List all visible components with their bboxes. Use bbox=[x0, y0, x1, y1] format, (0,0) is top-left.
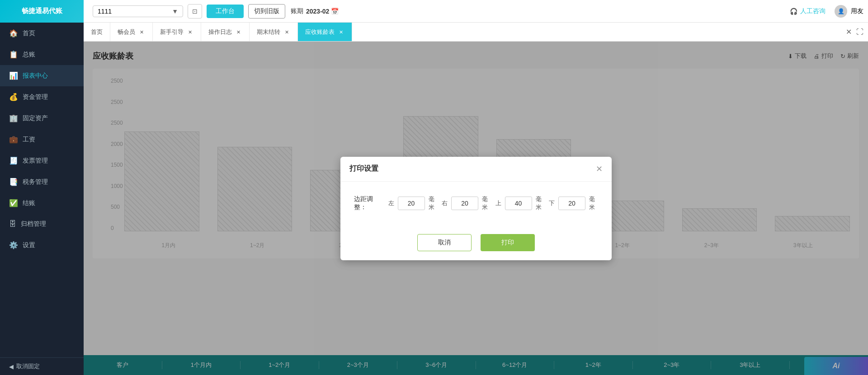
maximize-tab-button[interactable]: ⛶ bbox=[856, 28, 863, 36]
sidebar-label-asset: 固定资产 bbox=[23, 114, 48, 122]
modal-header: 打印设置 ✕ bbox=[340, 157, 612, 182]
sidebar-label-invoice: 发票管理 bbox=[23, 157, 48, 165]
switch-old-version-button[interactable]: 切到旧版 bbox=[248, 4, 285, 19]
bottom-margin-group: 下 毫米 bbox=[549, 195, 598, 211]
archive-icon: 🗄 bbox=[9, 220, 16, 228]
left-margin-input[interactable] bbox=[398, 197, 425, 210]
tab-oplog[interactable]: 操作日志✕ bbox=[201, 23, 250, 42]
calendar-icon[interactable]: 📅 bbox=[331, 8, 339, 15]
salary-icon: 💼 bbox=[9, 135, 18, 144]
confirm-print-button[interactable]: 打印 bbox=[481, 234, 535, 251]
sidebar-label-archive: 归档管理 bbox=[21, 220, 46, 228]
tab-period_end[interactable]: 期末结转✕ bbox=[250, 23, 298, 42]
asset-icon: 🏢 bbox=[9, 114, 18, 122]
page-content: 应收账龄表 ⬇ 下载 🖨 打印 ↻ 刷新 bbox=[84, 42, 868, 375]
tab-label-ar_aging: 应收账龄表 bbox=[305, 28, 335, 36]
tab-label-home: 首页 bbox=[91, 28, 103, 36]
sidebar-item-checkout[interactable]: ✅结账 bbox=[0, 192, 84, 214]
avatar: 👤 bbox=[835, 5, 847, 18]
top-header: 畅捷通易代账 1111 ▼ ⊡ 工作台 切到旧版 账期 2023-02 📅 🎧 … bbox=[0, 0, 868, 23]
modal-close-button[interactable]: ✕ bbox=[596, 164, 603, 174]
bottom-margin-unit: 毫米 bbox=[589, 195, 598, 211]
copy-icon-button[interactable]: ⊡ bbox=[188, 4, 202, 19]
sidebar-item-asset[interactable]: 🏢固定资产 bbox=[0, 108, 84, 129]
copy-icon: ⊡ bbox=[192, 8, 198, 15]
sidebar: 🏠首页📋总账📊报表中心💰资金管理🏢固定资产💼工资🧾发票管理📑税务管理✅结账🗄归档… bbox=[0, 23, 84, 375]
sidebar-item-settings[interactable]: ⚙️设置 bbox=[0, 234, 84, 256]
bottom-margin-input[interactable] bbox=[558, 197, 585, 210]
sidebar-item-salary[interactable]: 💼工资 bbox=[0, 129, 84, 150]
sidebar-item-fund[interactable]: 💰资金管理 bbox=[0, 86, 84, 108]
margin-form-row: 边距调整： 左 毫米 右 毫米 bbox=[354, 195, 598, 211]
tabs-bar: 首页畅会员✕新手引导✕操作日志✕期末结转✕应收账龄表✕ ✕ ⛶ bbox=[84, 23, 868, 42]
tab-close-ar_aging[interactable]: ✕ bbox=[337, 28, 344, 36]
sidebar-item-invoice[interactable]: 🧾发票管理 bbox=[0, 150, 84, 171]
tab-close-member[interactable]: ✕ bbox=[138, 28, 145, 36]
right-margin-group: 右 毫米 bbox=[442, 195, 491, 211]
tax-icon: 📑 bbox=[9, 178, 18, 186]
print-settings-modal: 打印设置 ✕ 边距调整： 左 毫米 右 bbox=[340, 157, 612, 260]
avatar-icon: 👤 bbox=[838, 8, 844, 14]
sidebar-label-home: 首页 bbox=[23, 29, 35, 38]
sidebar-scroll: 🏠首页📋总账📊报表中心💰资金管理🏢固定资产💼工资🧾发票管理📑税务管理✅结账🗄归档… bbox=[0, 23, 84, 357]
top-margin-group: 上 毫米 bbox=[495, 195, 544, 211]
sidebar-item-tax[interactable]: 📑税务管理 bbox=[0, 171, 84, 192]
user-area[interactable]: 👤 用友 bbox=[835, 5, 863, 18]
tab-ar_aging[interactable]: 应收账龄表✕ bbox=[298, 23, 352, 42]
service-label: 人工咨询 bbox=[800, 7, 826, 15]
tab-label-member: 畅会员 bbox=[118, 28, 135, 36]
tab-member[interactable]: 畅会员✕ bbox=[110, 23, 153, 42]
modal-body: 边距调整： 左 毫米 右 毫米 bbox=[340, 182, 612, 230]
period-label: 账期 bbox=[291, 7, 303, 15]
ledger-icon: 📋 bbox=[9, 50, 18, 59]
top-margin-input[interactable] bbox=[505, 197, 532, 210]
close-tab-button[interactable]: ✕ bbox=[846, 28, 852, 36]
company-name: 1111 bbox=[98, 8, 168, 15]
fund-icon: 💰 bbox=[9, 93, 18, 101]
sidebar-item-report[interactable]: 📊报表中心 bbox=[0, 65, 84, 86]
right-margin-label: 右 bbox=[442, 199, 448, 207]
logo-area: 畅捷通易代账 bbox=[0, 0, 84, 23]
header-right: 🎧 人工咨询 👤 用友 bbox=[790, 5, 863, 18]
headset-icon: 🎧 bbox=[790, 8, 797, 15]
invoice-icon: 🧾 bbox=[9, 156, 18, 165]
home-icon: 🏠 bbox=[9, 29, 18, 38]
bottom-margin-label: 下 bbox=[549, 199, 555, 207]
tab-home[interactable]: 首页 bbox=[84, 23, 110, 42]
tab-close-guide[interactable]: ✕ bbox=[186, 28, 193, 36]
workbench-button[interactable]: 工作台 bbox=[207, 5, 244, 18]
tab-close-oplog[interactable]: ✕ bbox=[235, 28, 242, 36]
tab-label-oplog: 操作日志 bbox=[208, 28, 232, 36]
top-margin-label: 上 bbox=[495, 199, 501, 207]
sidebar-item-home[interactable]: 🏠首页 bbox=[0, 23, 84, 44]
modal-footer: 取消 打印 bbox=[340, 230, 612, 260]
username: 用友 bbox=[851, 7, 863, 15]
sidebar-label-checkout: 结账 bbox=[23, 199, 35, 207]
report-icon: 📊 bbox=[9, 71, 18, 80]
sidebar-collapse-button[interactable]: ◀ 取消固定 bbox=[0, 357, 84, 375]
top-margin-unit: 毫米 bbox=[536, 195, 544, 211]
sidebar-item-archive[interactable]: 🗄归档管理 bbox=[0, 214, 84, 234]
modal-overlay: 打印设置 ✕ 边距调整： 左 毫米 右 bbox=[84, 42, 868, 375]
tabs-right: ✕ ⛶ bbox=[846, 28, 868, 36]
collapse-label: 取消固定 bbox=[16, 362, 40, 370]
company-selector[interactable]: 1111 ▼ bbox=[93, 5, 183, 17]
tab-label-guide: 新手引导 bbox=[160, 28, 184, 36]
service-button[interactable]: 🎧 人工咨询 bbox=[790, 7, 826, 15]
logo-text: 畅捷通易代账 bbox=[22, 7, 62, 15]
modal-title: 打印设置 bbox=[349, 164, 378, 173]
sidebar-label-tax: 税务管理 bbox=[23, 178, 48, 186]
sidebar-label-settings: 设置 bbox=[23, 241, 35, 249]
dropdown-icon: ▼ bbox=[172, 8, 178, 15]
settings-icon: ⚙️ bbox=[9, 241, 18, 249]
left-margin-unit: 毫米 bbox=[429, 195, 437, 211]
sidebar-item-ledger[interactable]: 📋总账 bbox=[0, 44, 84, 65]
tab-close-period_end[interactable]: ✕ bbox=[283, 28, 290, 36]
right-margin-input[interactable] bbox=[451, 197, 478, 210]
content-area: 首页畅会员✕新手引导✕操作日志✕期末结转✕应收账龄表✕ ✕ ⛶ 应收账龄表 ⬇ … bbox=[84, 23, 868, 375]
tab-guide[interactable]: 新手引导✕ bbox=[153, 23, 201, 42]
sidebar-label-salary: 工资 bbox=[23, 136, 35, 144]
main-layout: 🏠首页📋总账📊报表中心💰资金管理🏢固定资产💼工资🧾发票管理📑税务管理✅结账🗄归档… bbox=[0, 23, 868, 375]
cancel-button[interactable]: 取消 bbox=[417, 234, 472, 251]
sidebar-label-report: 报表中心 bbox=[23, 72, 48, 80]
